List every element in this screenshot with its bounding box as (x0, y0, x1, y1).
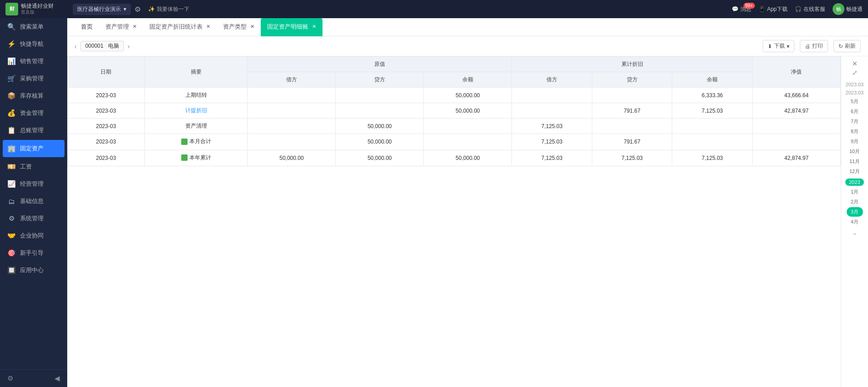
fixed-assets-icon: 🏢 (7, 144, 15, 153)
inventory-icon: 📦 (7, 92, 15, 100)
company-selector[interactable]: 医疗器械行业演示 ▾ (73, 4, 131, 15)
sidebar-item-ledger[interactable]: 📋 总账管理 (0, 122, 67, 139)
chevron-down-icon: ▾ (124, 6, 126, 12)
next-asset-button[interactable]: › (128, 43, 130, 50)
th-accumulated-depreciation: 累计折旧 (512, 57, 753, 72)
sidebar-item-search[interactable]: 🔍 搜索菜单 (0, 18, 67, 35)
app-download-button[interactable]: 📱 App下载 (759, 5, 788, 13)
tab-asset-detail[interactable]: 固定资产明细账 ✕ (261, 18, 322, 36)
tab-depreciation-stats[interactable]: 固定资产折旧统计表 ✕ (143, 18, 217, 36)
timeline-month[interactable]: 9月 (847, 137, 863, 146)
download-button[interactable]: ⬇ 下载 ▾ (763, 40, 794, 52)
tab-asset-type[interactable]: 资产类型 ✕ (217, 18, 261, 36)
refresh-icon: ↻ (838, 43, 843, 50)
tab-close-icon[interactable]: ✕ (206, 24, 210, 30)
th-original-value: 原值 (248, 57, 512, 72)
user-profile[interactable]: 畅 畅捷通 (833, 3, 863, 15)
print-icon: 🖨 (805, 43, 810, 50)
settings-icon[interactable]: ⚙ (134, 5, 141, 14)
tab-home-label: 首页 (81, 23, 93, 31)
download-label: 下载 (774, 42, 785, 50)
download-icon: ⬇ (768, 43, 772, 50)
th-ov-balance: 余额 (424, 72, 512, 88)
footer-settings-icon[interactable]: ⚙ (7, 374, 13, 382)
sidebar-item-quicknav[interactable]: ⚡ 快捷导航 (0, 35, 67, 53)
customer-service-button[interactable]: 🎧 在线客服 (795, 5, 825, 13)
timeline-month[interactable]: 7月 (847, 117, 863, 126)
timeline-month[interactable]: 2月 (847, 197, 863, 207)
funds-icon: 💰 (7, 109, 15, 117)
print-button[interactable]: 🖨 打印 (800, 40, 828, 52)
sidebar-item-fixed-assets[interactable]: 🏢 固定资产 (3, 140, 64, 157)
content-area: 首页 资产管理 ✕ 固定资产折旧统计表 ✕ 资产类型 ✕ 固定资产明细账 ✕ ‹ (67, 18, 868, 387)
refresh-button[interactable]: ↻ 刷新 (833, 40, 861, 52)
timeline-month[interactable]: 11月 (847, 157, 863, 166)
chevron-down-icon: ▾ (787, 43, 789, 50)
sidebar-item-sales[interactable]: 📊 销售管理 (0, 53, 67, 70)
timeline-month[interactable]: 5月 (847, 97, 863, 106)
sales-icon: 📊 (7, 57, 15, 65)
timeline-month[interactable]: 3月 (847, 207, 863, 217)
sidebar-item-guide[interactable]: 🎯 新手引导 (0, 244, 67, 262)
top-header: 财 畅捷通好业财 普及版 医疗器械行业演示 ▾ ⚙ ✨ 我要体验一下 💬 消息 … (0, 0, 868, 18)
service-icon: 🎧 (795, 6, 802, 12)
timeline-down-arrow[interactable]: ⌄ (852, 229, 858, 236)
table-row: 2023-03上期结转50,000.006,333.3643,666.64 (68, 88, 841, 103)
th-ad-balance: 余额 (672, 72, 753, 88)
toolbar-right: ⬇ 下载 ▾ 🖨 打印 ↻ 刷新 (763, 40, 861, 52)
sidebar-item-label: 资金管理 (20, 109, 44, 117)
timeline-panel: ✕ ⤢ 2023.03 2023.03 5月6月7月8月9月10月11月12月 … (841, 56, 868, 387)
experience-button[interactable]: ✨ 我要体验一下 (148, 5, 189, 13)
tab-close-icon[interactable]: ✕ (312, 24, 316, 30)
sidebar-item-enterprise[interactable]: 🤝 企业协同 (0, 227, 67, 244)
detail-table: 日期 摘要 原值 累计折旧 净值 借方 贷方 余额 借方 贷方 余额 (67, 56, 841, 166)
timeline-month[interactable]: 1月 (847, 187, 863, 197)
sidebar-footer: ⚙ ◀ (0, 369, 67, 387)
purchase-icon: 🛒 (7, 74, 15, 83)
sidebar-item-payroll[interactable]: 💴 工资 (0, 158, 67, 175)
sidebar-item-apps[interactable]: 🔲 应用中心 (0, 262, 67, 279)
sidebar-item-label: 销售管理 (20, 57, 44, 65)
tab-asset-type-label: 资产类型 (223, 23, 247, 31)
sidebar-item-purchase[interactable]: 🛒 采购管理 (0, 70, 67, 87)
sidebar-item-system[interactable]: ⚙ 系统管理 (0, 210, 67, 227)
message-button[interactable]: 💬 消息 99+ (732, 5, 751, 13)
sidebar-item-funds[interactable]: 💰 资金管理 (0, 104, 67, 122)
sidebar-scroll: 🔍 搜索菜单 ⚡ 快捷导航 📊 销售管理 🛒 采购管理 📦 库存核算 💰 (0, 18, 67, 369)
header-actions: 💬 消息 99+ 📱 App下载 🎧 在线客服 畅 畅捷通 (732, 3, 863, 15)
tab-asset-management[interactable]: 资产管理 ✕ (99, 18, 143, 36)
sidebar-item-basic-info[interactable]: 🗂 基础信息 (0, 193, 67, 210)
print-label: 打印 (812, 42, 823, 50)
timeline-month[interactable]: 10月 (847, 147, 863, 156)
timeline-expand-icon[interactable]: ⤢ (852, 69, 858, 76)
timeline-month[interactable]: 4月 (847, 217, 863, 227)
sparkle-icon: ✨ (148, 6, 155, 12)
sidebar-item-label: 库存核算 (20, 92, 44, 100)
sidebar-item-inventory[interactable]: 📦 库存核算 (0, 87, 67, 104)
sidebar-item-operations[interactable]: 📈 经营管理 (0, 175, 67, 193)
timeline-month[interactable]: 12月 (847, 167, 863, 176)
sidebar-item-label: 新手引导 (20, 249, 44, 257)
timeline-month[interactable]: 6月 (847, 107, 863, 116)
sidebar: 🔍 搜索菜单 ⚡ 快捷导航 📊 销售管理 🛒 采购管理 📦 库存核算 💰 (0, 18, 67, 387)
asset-code: 000001 (85, 43, 104, 49)
timeline-close-icon[interactable]: ✕ (852, 60, 858, 67)
sidebar-collapse-icon[interactable]: ◀ (55, 374, 60, 382)
tab-home[interactable]: 首页 (74, 18, 99, 36)
timeline-month[interactable]: 8月 (847, 127, 863, 136)
tab-close-icon[interactable]: ✕ (133, 24, 137, 30)
logo-icon: 财 (5, 3, 18, 15)
quicknav-icon: ⚡ (7, 40, 15, 48)
sidebar-item-label: 基础信息 (20, 197, 44, 205)
table-container: 日期 摘要 原值 累计折旧 净值 借方 贷方 余额 借方 贷方 余额 (67, 56, 841, 387)
sidebar-item-label: 总账管理 (20, 126, 44, 134)
prev-asset-button[interactable]: ‹ (74, 43, 77, 50)
sidebar-item-label: 应用中心 (20, 266, 44, 274)
table-row: 2023-03资产清理50,000.007,125.03 (68, 119, 841, 134)
tab-close-icon[interactable]: ✕ (250, 24, 254, 30)
message-badge: 99+ (744, 3, 755, 9)
system-icon: ⚙ (7, 214, 15, 223)
table-row: 2023-03本年累计50,000.0050,000.0050,000.007,… (68, 150, 841, 166)
timeline-current-year: 2023 (845, 179, 863, 186)
service-label: 在线客服 (804, 5, 825, 13)
